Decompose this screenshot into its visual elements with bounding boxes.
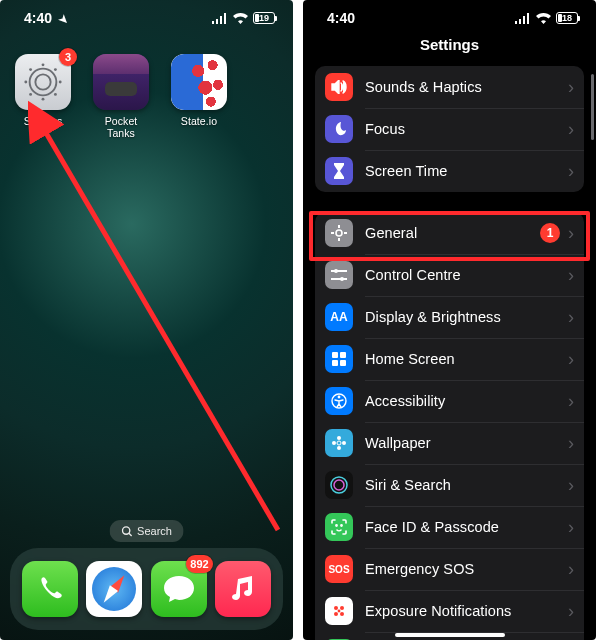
svg-point-38	[340, 606, 344, 610]
svg-rect-23	[340, 352, 346, 358]
settings-icon: 3	[15, 54, 71, 110]
chevron-right-icon: ›	[568, 433, 574, 454]
row-emergency-sos[interactable]: SOS Emergency SOS ›	[315, 548, 584, 590]
row-accessibility[interactable]: Accessibility ›	[315, 380, 584, 422]
face-id-icon	[325, 513, 353, 541]
svg-point-34	[334, 480, 344, 490]
svg-point-39	[334, 612, 338, 616]
text-size-icon: AA	[325, 303, 353, 331]
messages-icon	[162, 574, 196, 604]
battery-indicator: 19	[253, 12, 275, 24]
row-label: Home Screen	[365, 351, 566, 367]
chevron-right-icon: ›	[568, 119, 574, 140]
chevron-right-icon: ›	[568, 559, 574, 580]
status-bar: 4:40 18	[303, 0, 596, 36]
annotation-arrow	[28, 100, 288, 550]
dock: 892	[10, 548, 283, 630]
app-stateio[interactable]: State.io	[170, 54, 228, 139]
chevron-right-icon: ›	[568, 265, 574, 286]
svg-rect-24	[332, 360, 338, 366]
moon-icon	[325, 115, 353, 143]
siri-icon	[325, 471, 353, 499]
home-indicator[interactable]	[395, 633, 505, 637]
app-label: Pocket Tanks	[92, 115, 150, 139]
wifi-icon	[536, 13, 551, 24]
chevron-right-icon: ›	[568, 349, 574, 370]
grid-icon	[325, 345, 353, 373]
svg-point-2	[42, 63, 45, 66]
flower-icon	[325, 429, 353, 457]
battery-indicator: 18	[556, 12, 578, 24]
chevron-right-icon: ›	[568, 601, 574, 622]
cellular-icon	[212, 13, 228, 24]
settings-group-2: General 1 › Control Centre › AA Display …	[315, 212, 584, 640]
cellular-icon	[515, 13, 531, 24]
svg-point-3	[42, 98, 45, 101]
row-display-brightness[interactable]: AA Display & Brightness ›	[315, 296, 584, 338]
row-label: Display & Brightness	[365, 309, 566, 325]
app-pocket-tanks[interactable]: Pocket Tanks	[92, 54, 150, 139]
spotlight-search[interactable]: Search	[109, 520, 184, 542]
svg-point-1	[30, 69, 57, 96]
svg-point-29	[337, 446, 341, 450]
music-icon	[228, 574, 258, 604]
row-label: Wallpaper	[365, 435, 566, 451]
row-sounds-haptics[interactable]: Sounds & Haptics ›	[315, 66, 584, 108]
status-time: 4:40 ➤	[24, 10, 68, 26]
row-siri-search[interactable]: Siri & Search ›	[315, 464, 584, 506]
row-label: Emergency SOS	[365, 561, 566, 577]
badge-icon: 3	[59, 48, 77, 66]
row-face-id-passcode[interactable]: Face ID & Passcode ›	[315, 506, 584, 548]
sliders-icon	[325, 261, 353, 289]
row-screen-time[interactable]: Screen Time ›	[315, 150, 584, 192]
svg-point-37	[334, 606, 338, 610]
svg-rect-25	[340, 360, 346, 366]
wifi-icon	[233, 13, 248, 24]
status-right: 18	[515, 12, 578, 24]
row-label: Control Centre	[365, 267, 566, 283]
location-icon: ➤	[56, 12, 72, 28]
row-wallpaper[interactable]: Wallpaper ›	[315, 422, 584, 464]
svg-rect-15	[338, 238, 340, 241]
svg-point-7	[54, 93, 57, 96]
chevron-right-icon: ›	[568, 161, 574, 182]
app-music[interactable]	[215, 561, 271, 617]
svg-rect-21	[331, 278, 347, 280]
app-label: Settings	[24, 115, 63, 127]
row-control-centre[interactable]: Control Centre ›	[315, 254, 584, 296]
settings-list[interactable]: Sounds & Haptics › Focus › Screen Time ›	[303, 66, 596, 640]
app-messages[interactable]: 892	[151, 561, 207, 617]
pocket-tanks-icon	[93, 54, 149, 110]
svg-point-28	[337, 436, 341, 440]
settings-screen: 4:40 18 Settings Sounds & Haptics ›	[303, 0, 596, 640]
row-exposure-notifications[interactable]: Exposure Notifications ›	[315, 590, 584, 632]
safari-icon	[92, 567, 136, 611]
row-home-screen[interactable]: Home Screen ›	[315, 338, 584, 380]
svg-line-12	[42, 126, 278, 530]
hourglass-icon	[325, 157, 353, 185]
app-label: State.io	[181, 115, 217, 127]
status-bar: 4:40 ➤ 19	[0, 0, 293, 36]
chevron-right-icon: ›	[568, 223, 574, 244]
row-focus[interactable]: Focus ›	[315, 108, 584, 150]
badge-icon: 892	[186, 555, 212, 573]
row-label: Sounds & Haptics	[365, 79, 566, 95]
app-safari[interactable]	[86, 561, 142, 617]
app-settings[interactable]: 3 Settings	[14, 54, 72, 139]
stateio-icon	[171, 54, 227, 110]
svg-rect-16	[331, 232, 334, 234]
clock-text: 4:40	[24, 10, 52, 26]
svg-point-27	[338, 396, 341, 399]
svg-rect-14	[338, 225, 340, 228]
svg-point-13	[336, 230, 342, 236]
battery-pct: 18	[562, 13, 572, 23]
svg-point-31	[342, 441, 346, 445]
row-label: Screen Time	[365, 163, 566, 179]
chevron-right-icon: ›	[568, 77, 574, 98]
search-label: Search	[137, 525, 172, 537]
svg-point-40	[340, 612, 344, 616]
row-general[interactable]: General 1 ›	[315, 212, 584, 254]
svg-point-41	[338, 610, 341, 613]
chevron-right-icon: ›	[568, 391, 574, 412]
app-phone[interactable]	[22, 561, 78, 617]
